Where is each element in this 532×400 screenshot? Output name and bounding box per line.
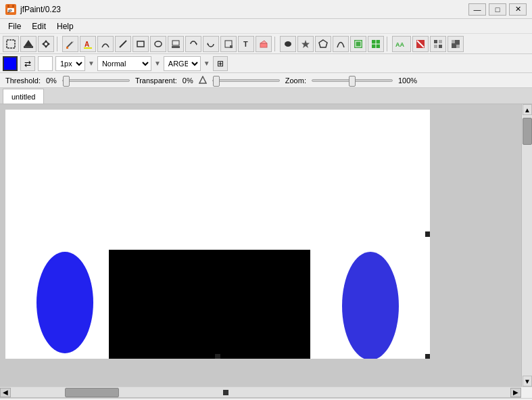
select-rect-tool[interactable] bbox=[3, 36, 19, 52]
svg-line-12 bbox=[67, 42, 72, 47]
bg-color-tool[interactable] bbox=[350, 36, 366, 52]
stroke-width-select[interactable]: 1px2px3px4px bbox=[55, 56, 85, 71]
svg-text:A: A bbox=[84, 41, 89, 48]
titlebar: jP jfPaint/0.23 — □ ✕ bbox=[0, 0, 532, 19]
menubar: File Edit Help bbox=[0, 19, 532, 34]
eraser-tool[interactable] bbox=[256, 36, 272, 52]
resize-handle-rc[interactable] bbox=[425, 231, 430, 237]
stamp-tool[interactable] bbox=[168, 36, 184, 52]
text-color-tool[interactable]: A bbox=[80, 36, 96, 52]
foreground-color[interactable] bbox=[3, 56, 18, 71]
svg-marker-10 bbox=[42, 42, 45, 46]
svg-rect-2 bbox=[12, 5, 14, 7]
svg-rect-25 bbox=[230, 45, 233, 48]
menu-edit[interactable]: Edit bbox=[26, 20, 51, 32]
svg-rect-16 bbox=[84, 47, 92, 49]
svg-marker-30 bbox=[301, 40, 310, 48]
tab-untitled[interactable]: untitled bbox=[3, 89, 44, 104]
svg-text:T: T bbox=[243, 40, 248, 48]
polygon-tool[interactable] bbox=[315, 36, 331, 52]
blend-mode-select[interactable]: NormalMultiplyScreen bbox=[97, 56, 151, 71]
fill-ellipse-tool[interactable] bbox=[280, 36, 296, 52]
swap-colors-button[interactable]: ⇄ bbox=[20, 56, 35, 71]
svg-rect-50 bbox=[109, 250, 310, 359]
svg-point-19 bbox=[155, 41, 162, 47]
svg-marker-11 bbox=[47, 42, 50, 46]
svg-rect-40 bbox=[434, 40, 437, 43]
titlebar-controls: — □ ✕ bbox=[468, 3, 527, 16]
svg-marker-22 bbox=[196, 43, 197, 45]
ellipse-tool[interactable] bbox=[150, 36, 166, 52]
scroll-up-button[interactable]: ▲ bbox=[523, 104, 532, 115]
svg-rect-1 bbox=[7, 5, 9, 7]
threshold-slider[interactable] bbox=[62, 79, 130, 82]
resize-tool[interactable] bbox=[220, 36, 237, 52]
svg-line-17 bbox=[120, 41, 126, 47]
transparent-icon bbox=[199, 76, 207, 85]
svg-rect-41 bbox=[439, 40, 442, 43]
svg-marker-6 bbox=[24, 40, 32, 46]
svg-point-51 bbox=[342, 252, 399, 359]
fill-tool[interactable] bbox=[20, 36, 37, 52]
curve-tool[interactable] bbox=[97, 36, 114, 52]
svg-text:jP: jP bbox=[7, 9, 12, 13]
magic-wand-tool[interactable] bbox=[297, 36, 314, 52]
svg-rect-18 bbox=[137, 41, 144, 47]
rotate-cw-tool[interactable] bbox=[185, 36, 201, 52]
threshold-value: 0% bbox=[46, 76, 57, 85]
scroll-left-button[interactable]: ◀ bbox=[0, 388, 11, 397]
color-mode-select[interactable]: ARGBRGBHSV bbox=[164, 56, 201, 71]
resize-handle-bottom[interactable] bbox=[223, 390, 228, 395]
pencil-tool[interactable] bbox=[62, 36, 78, 52]
svg-rect-21 bbox=[172, 46, 180, 48]
transparent-slider[interactable] bbox=[212, 79, 280, 82]
background-color[interactable] bbox=[38, 56, 53, 71]
svg-rect-46 bbox=[456, 45, 460, 48]
threshold-thumb[interactable] bbox=[63, 76, 70, 87]
scroll-thumb-v[interactable] bbox=[523, 118, 532, 145]
maximize-button[interactable]: □ bbox=[489, 3, 506, 16]
transparent-label: Transparent: bbox=[135, 76, 177, 85]
svg-marker-23 bbox=[207, 43, 208, 45]
pattern2-tool[interactable] bbox=[448, 36, 464, 52]
text-tool[interactable]: T bbox=[238, 36, 254, 52]
color-op-tool[interactable] bbox=[368, 36, 384, 52]
rotate-ccw-tool[interactable] bbox=[203, 36, 219, 52]
no-aa-tool[interactable] bbox=[412, 36, 429, 52]
svg-rect-42 bbox=[434, 45, 437, 48]
minimize-button[interactable]: — bbox=[468, 3, 486, 16]
transparent-thumb[interactable] bbox=[213, 76, 220, 87]
copy-color-button[interactable]: ⊞ bbox=[213, 56, 228, 71]
bezier-tool[interactable] bbox=[333, 36, 349, 52]
scroll-down-button[interactable]: ▼ bbox=[523, 376, 532, 386]
threshold-label: Threshold: bbox=[5, 76, 41, 85]
toolbar-main: A T bbox=[0, 34, 532, 54]
main-area: ▲ ▼ bbox=[0, 104, 532, 386]
threshold-bar: Threshold: 0% Transparent: 0% Zoom: 100% bbox=[0, 73, 532, 88]
svg-rect-5 bbox=[7, 40, 15, 48]
line-tool[interactable] bbox=[115, 36, 131, 52]
svg-marker-28 bbox=[260, 41, 267, 43]
separator1 bbox=[57, 37, 59, 51]
scroll-thumb-h[interactable] bbox=[65, 388, 119, 397]
zoom-slider[interactable] bbox=[312, 79, 393, 82]
zoom-thumb[interactable] bbox=[349, 76, 356, 87]
canvas[interactable] bbox=[5, 110, 430, 359]
separator3 bbox=[387, 37, 389, 51]
text-aa-tool[interactable]: AA bbox=[392, 36, 411, 52]
pattern1-tool[interactable] bbox=[430, 36, 446, 52]
menu-file[interactable]: File bbox=[3, 20, 26, 32]
svg-rect-43 bbox=[439, 45, 442, 48]
titlebar-left: jP jfPaint/0.23 bbox=[5, 4, 61, 15]
scroll-right-button[interactable]: ▶ bbox=[510, 388, 521, 397]
svg-point-29 bbox=[285, 41, 291, 47]
scrollbar-horizontal[interactable]: ◀ ▶ bbox=[0, 387, 521, 398]
move-tool[interactable] bbox=[38, 36, 54, 52]
close-button[interactable]: ✕ bbox=[509, 3, 527, 16]
scrollbar-vertical[interactable]: ▲ ▼ bbox=[521, 104, 532, 386]
svg-text:AA: AA bbox=[395, 41, 404, 48]
rectangle-tool[interactable] bbox=[132, 36, 149, 52]
resize-handle-br[interactable] bbox=[425, 354, 430, 359]
menu-help[interactable]: Help bbox=[51, 20, 79, 32]
resize-handle-bc[interactable] bbox=[215, 354, 220, 359]
